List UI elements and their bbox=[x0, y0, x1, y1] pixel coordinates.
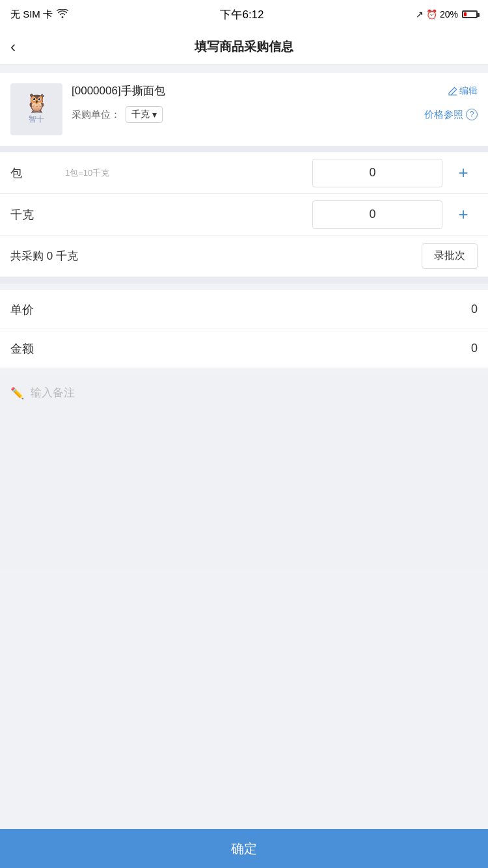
kg-input-row: 千克 + bbox=[0, 194, 488, 236]
status-right: ↗ ⏰ 20% bbox=[416, 9, 478, 20]
unit-select[interactable]: 千克 ▾ bbox=[126, 106, 163, 123]
edit-label: 编辑 bbox=[459, 85, 478, 97]
product-card: 🦉 智十 [0000006]手撕面包 编辑 采购单位： 千克 ▾ 价格 bbox=[0, 73, 488, 146]
record-batch-button[interactable]: 录批次 bbox=[422, 243, 478, 269]
edit-button[interactable]: 编辑 bbox=[448, 85, 478, 97]
carrier-label: 无 SIM 卡 bbox=[10, 8, 53, 21]
wifi-icon bbox=[57, 9, 68, 20]
bag-input-row: 包 1包=10千克 + bbox=[0, 152, 488, 194]
status-bar: 无 SIM 卡 下午6:12 ↗ ⏰ 20% bbox=[0, 0, 488, 29]
remark-area[interactable]: ✏️ 输入备注 bbox=[0, 375, 488, 440]
price-label: 单价 bbox=[10, 302, 34, 318]
bag-input[interactable] bbox=[312, 159, 442, 187]
unit-value: 千克 bbox=[131, 109, 150, 120]
amount-value: 0 bbox=[471, 342, 478, 355]
battery-label: 20% bbox=[440, 9, 458, 20]
remark-placeholder: 输入备注 bbox=[31, 385, 75, 400]
product-thumbnail: 🦉 智十 bbox=[10, 83, 62, 135]
input-section: 包 1包=10千克 + 千克 + bbox=[0, 152, 488, 236]
bag-field-wrapper: + bbox=[109, 159, 478, 187]
kg-plus-button[interactable]: + bbox=[449, 200, 478, 229]
price-row: 单价 0 bbox=[0, 290, 488, 329]
back-button[interactable]: ‹ bbox=[10, 38, 16, 56]
unit-label: 采购单位： bbox=[72, 109, 120, 121]
location-icon: ↗ bbox=[416, 9, 424, 20]
status-left: 无 SIM 卡 bbox=[10, 8, 68, 21]
separator-1 bbox=[0, 146, 488, 152]
kg-label: 千克 bbox=[10, 207, 62, 223]
kg-field-wrapper: + bbox=[62, 200, 478, 229]
amount-label: 金额 bbox=[10, 341, 34, 357]
bag-label: 包 bbox=[10, 165, 62, 181]
confirm-bar[interactable]: 确定 bbox=[0, 829, 488, 868]
time-label: 下午6:12 bbox=[220, 7, 264, 22]
battery-icon bbox=[462, 10, 478, 18]
price-value: 0 bbox=[471, 303, 478, 316]
pencil-icon: ✏️ bbox=[10, 387, 24, 400]
nav-bar: ‹ 填写商品采购信息 bbox=[0, 29, 488, 65]
chevron-down-icon: ▾ bbox=[152, 109, 157, 120]
amount-row: 金额 0 bbox=[0, 329, 488, 368]
info-section: 单价 0 金额 0 bbox=[0, 290, 488, 368]
summary-text: 共采购 0 千克 bbox=[10, 249, 78, 264]
price-ref-label: 价格参照 bbox=[424, 109, 463, 121]
confirm-button-label: 确定 bbox=[231, 840, 257, 858]
product-info: [0000006]手撕面包 编辑 采购单位： 千克 ▾ 价格参照 ? bbox=[72, 83, 478, 123]
help-icon: ? bbox=[466, 109, 478, 120]
product-header: [0000006]手撕面包 编辑 bbox=[72, 83, 478, 98]
price-ref-button[interactable]: 价格参照 ? bbox=[424, 109, 478, 121]
separator-2 bbox=[0, 277, 488, 284]
summary-row: 共采购 0 千克 录批次 bbox=[0, 236, 488, 277]
content-spacer bbox=[0, 440, 488, 570]
bag-sublabel: 1包=10千克 bbox=[65, 167, 109, 179]
product-unit-row: 采购单位： 千克 ▾ 价格参照 ? bbox=[72, 106, 478, 123]
kg-input[interactable] bbox=[312, 200, 442, 229]
bag-plus-button[interactable]: + bbox=[449, 159, 478, 187]
page-title: 填写商品采购信息 bbox=[195, 38, 293, 55]
product-logo-text: 智十 bbox=[25, 114, 48, 125]
product-logo-icon: 🦉 bbox=[25, 94, 48, 113]
product-name: [0000006]手撕面包 bbox=[72, 83, 165, 98]
alarm-icon: ⏰ bbox=[426, 9, 437, 20]
